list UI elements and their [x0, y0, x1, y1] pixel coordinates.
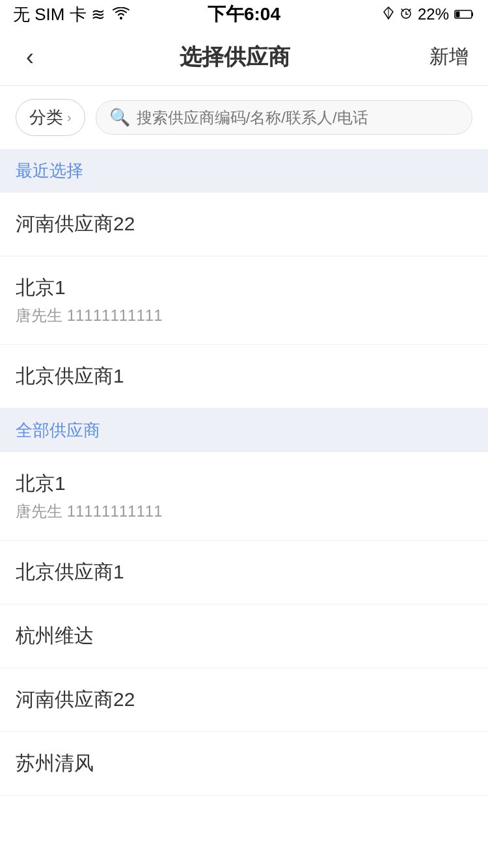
- location-icon: [383, 5, 394, 23]
- status-bar: 无 SIM 卡 ≋ 下午6:04: [0, 0, 488, 29]
- item-name: 杭州维达: [16, 623, 472, 649]
- category-filter-button[interactable]: 分类 ›: [16, 99, 85, 136]
- item-sub: 唐先生 11111111111: [16, 305, 472, 326]
- all-section-header: 全部供应商: [0, 409, 488, 452]
- category-label: 分类: [29, 106, 63, 129]
- nav-bar: ‹ 选择供应商 新增: [0, 29, 488, 86]
- svg-rect-3: [456, 12, 460, 18]
- list-item[interactable]: 河南供应商22: [0, 193, 488, 256]
- list-item[interactable]: 河南供应商22: [0, 668, 488, 732]
- item-name: 北京1: [16, 470, 472, 497]
- item-name: 北京供应商1: [16, 363, 472, 390]
- item-name: 河南供应商22: [16, 686, 472, 713]
- battery-icon: [454, 5, 475, 23]
- all-items-list: 北京1唐先生 11111111111北京供应商1杭州维达河南供应商22苏州清风: [0, 452, 488, 796]
- alarm-icon: [400, 5, 413, 23]
- search-icon: 🔍: [109, 107, 130, 128]
- svg-point-0: [120, 17, 122, 20]
- battery-text: 22%: [418, 5, 449, 23]
- add-button[interactable]: 新增: [429, 44, 468, 70]
- wifi-icon: [112, 5, 130, 25]
- status-left: 无 SIM 卡 ≋: [13, 3, 130, 26]
- item-name: 北京1: [16, 275, 472, 301]
- list-item[interactable]: 苏州清风: [0, 732, 488, 796]
- list-item[interactable]: 北京1唐先生 11111111111: [0, 256, 488, 345]
- list-item[interactable]: 北京1唐先生 11111111111: [0, 452, 488, 541]
- recent-items-list: 河南供应商22北京1唐先生 11111111111北京供应商1: [0, 193, 488, 409]
- item-name: 河南供应商22: [16, 211, 472, 237]
- sim-status: 无 SIM 卡 ≋: [13, 3, 105, 26]
- search-box: 🔍: [96, 100, 472, 135]
- filter-row: 分类 › 🔍: [0, 86, 488, 149]
- search-input[interactable]: [137, 109, 459, 127]
- status-right: 22%: [383, 5, 475, 23]
- item-sub: 唐先生 11111111111: [16, 501, 472, 522]
- status-time: 下午6:04: [208, 2, 280, 27]
- list-item[interactable]: 北京供应商1: [0, 541, 488, 604]
- page-title: 选择供应商: [180, 42, 290, 72]
- item-name: 苏州清风: [16, 750, 472, 777]
- chevron-right-icon: ›: [67, 110, 72, 125]
- item-name: 北京供应商1: [16, 559, 472, 586]
- list-item[interactable]: 北京供应商1: [0, 345, 488, 409]
- recent-section-header: 最近选择: [0, 149, 488, 193]
- list-item[interactable]: 杭州维达: [0, 604, 488, 668]
- back-button[interactable]: ‹: [20, 37, 40, 77]
